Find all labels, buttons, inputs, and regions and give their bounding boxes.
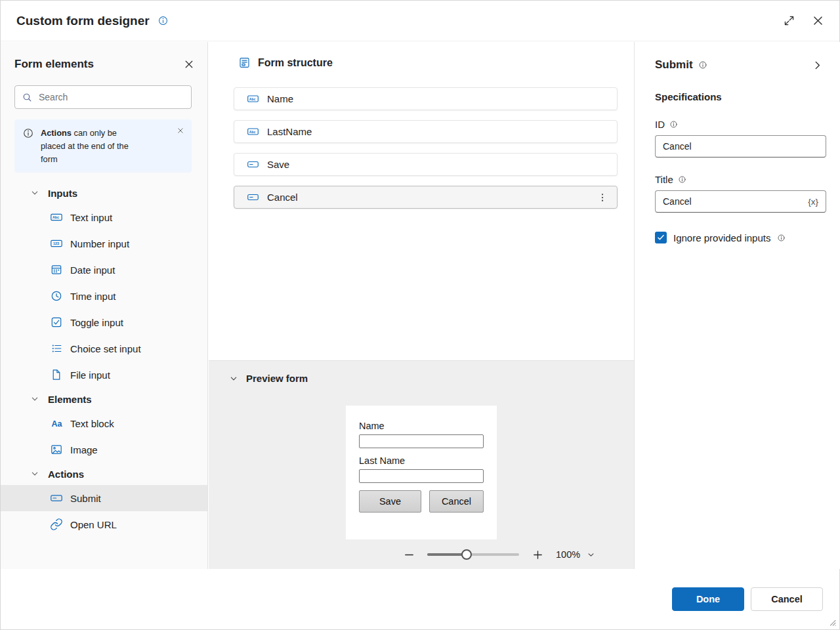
structure-item-name[interactable]: Name: [234, 87, 618, 110]
footer-cancel-button[interactable]: Cancel: [751, 587, 823, 611]
section-header-inputs[interactable]: Inputs: [1, 182, 207, 204]
zoom-controls: 100%: [402, 547, 596, 562]
text-block-icon: [50, 417, 63, 430]
sidebar-item-label: Choice set input: [70, 343, 141, 354]
search-box: [14, 85, 192, 109]
preview-save-button[interactable]: Save: [359, 490, 421, 513]
zoom-slider-fill: [427, 553, 467, 556]
info-icon[interactable]: [777, 234, 786, 242]
title-info-icon[interactable]: [158, 15, 169, 26]
open-url-icon: [50, 518, 63, 531]
sidebar-item-open-url[interactable]: Open URL: [1, 511, 207, 537]
done-button[interactable]: Done: [672, 587, 744, 611]
item-menu-button[interactable]: [593, 188, 612, 207]
section-header-elements[interactable]: Elements: [1, 388, 207, 410]
kebab-menu-icon: [597, 192, 608, 203]
chevron-down-icon: [586, 550, 596, 560]
zoom-level-value: 100%: [556, 549, 580, 560]
sidebar-item-label: File input: [70, 369, 110, 381]
search-input[interactable]: [39, 92, 184, 102]
section-label: Inputs: [48, 188, 77, 199]
info-banner: Actions can only be placed at the end of…: [14, 119, 192, 173]
ignore-inputs-label: Ignore provided inputs: [673, 232, 770, 243]
sidebar-item-number-input[interactable]: Number input: [1, 230, 207, 257]
info-icon[interactable]: [678, 175, 686, 184]
sidebar-item-label: Date input: [70, 264, 115, 276]
dialog-title: Custom form designer: [16, 14, 150, 28]
info-icon[interactable]: [698, 60, 707, 70]
chevron-down-icon: [30, 394, 40, 404]
banner-dismiss-button[interactable]: [174, 124, 187, 137]
plus-icon: [532, 549, 544, 561]
zoom-in-button[interactable]: [530, 547, 545, 562]
sidebar-item-label: Toggle input: [70, 317, 123, 328]
preview-lastname-input[interactable]: [359, 469, 484, 483]
titlebar: Custom form designer: [1, 1, 839, 41]
sidebar-item-date-input[interactable]: Date input: [1, 257, 207, 283]
zoom-slider[interactable]: [427, 549, 519, 560]
ignore-inputs-row: Ignore provided inputs: [655, 232, 826, 243]
title-field-label: Title: [655, 174, 826, 185]
number-input-icon: [50, 237, 63, 250]
sidebar-item-image[interactable]: Image: [1, 436, 207, 463]
sidebar-item-label: Image: [70, 444, 98, 455]
resize-grip[interactable]: [826, 616, 837, 627]
field-label-text: ID: [655, 119, 665, 130]
structure-item-label: LastName: [267, 126, 312, 137]
designer-canvas: Form structure Name LastName Save Cance: [209, 42, 634, 569]
sidebar-item-toggle-input[interactable]: Toggle input: [1, 309, 207, 335]
sidebar-item-file-input[interactable]: File input: [1, 362, 207, 388]
toggle-input-icon: [50, 316, 63, 329]
zoom-slider-thumb[interactable]: [461, 549, 472, 560]
zoom-level-dropdown[interactable]: 100%: [556, 549, 596, 560]
form-structure-title: Form structure: [258, 57, 333, 69]
sidebar-item-time-input[interactable]: Time input: [1, 283, 207, 309]
sidebar-item-label: Open URL: [70, 519, 117, 530]
dialog-footer: Done Cancel: [1, 569, 839, 629]
structure-item-cancel[interactable]: Cancel: [234, 186, 618, 209]
form-structure-icon: [238, 56, 251, 69]
form-elements-close-button[interactable]: [180, 55, 198, 74]
close-icon: [811, 14, 825, 28]
close-button[interactable]: [807, 10, 829, 32]
sidebar-item-label: Time input: [70, 291, 116, 302]
title-input[interactable]: [663, 196, 804, 207]
text-input-icon: [247, 125, 259, 138]
choice-set-input-icon: [50, 342, 63, 355]
field-label-text: Title: [655, 174, 673, 185]
preview-name-input[interactable]: [359, 434, 484, 448]
section-label: Elements: [48, 394, 92, 405]
chevron-down-icon: [228, 373, 239, 384]
form-structure-panel: Form structure Name LastName Save Cance: [209, 42, 634, 360]
collapse-panel-button[interactable]: [808, 56, 826, 74]
sidebar-item-label: Text block: [70, 418, 114, 429]
banner-bold-text: Actions: [41, 128, 72, 138]
image-icon: [50, 443, 63, 456]
title-field: {x}: [655, 190, 826, 213]
expand-button[interactable]: [778, 10, 800, 32]
preview-cancel-button[interactable]: Cancel: [429, 490, 484, 513]
info-icon[interactable]: [669, 120, 678, 129]
id-input[interactable]: [663, 141, 818, 152]
sidebar-item-text-block[interactable]: Text block: [1, 410, 207, 436]
sidebar-item-text-input[interactable]: Text input: [1, 204, 207, 230]
chevron-down-icon: [30, 469, 40, 479]
structure-item-label: Save: [267, 159, 289, 170]
sidebar-item-submit[interactable]: Submit: [1, 485, 207, 511]
section-header-actions[interactable]: Actions: [1, 463, 207, 485]
form-structure-header: Form structure: [209, 42, 634, 69]
zoom-out-button[interactable]: [402, 547, 416, 562]
search-icon: [22, 92, 33, 103]
form-preview: Name Last Name Save Cancel: [346, 406, 497, 539]
structure-item-save[interactable]: Save: [234, 153, 618, 176]
specifications-title: Specifications: [655, 91, 826, 102]
sidebar-item-choice-set-input[interactable]: Choice set input: [1, 335, 207, 362]
properties-title: Submit: [655, 58, 693, 72]
sidebar-item-label: Number input: [70, 238, 129, 249]
ignore-inputs-checkbox[interactable]: [655, 232, 667, 243]
submit-icon: [247, 191, 259, 203]
structure-item-lastname[interactable]: LastName: [234, 120, 618, 143]
preview-form-toggle[interactable]: Preview form: [209, 361, 308, 384]
formula-badge[interactable]: {x}: [808, 197, 818, 207]
form-elements-header: Form elements: [1, 42, 207, 74]
